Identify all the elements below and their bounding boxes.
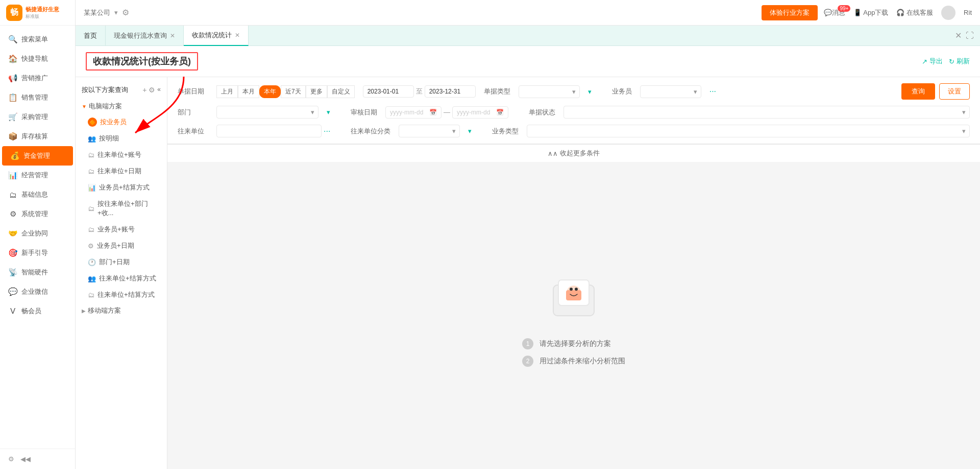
date-tab-this-year[interactable]: 本年 [259,85,281,98]
plan-item-salesman-date[interactable]: ⚙ 业务员+日期 [76,238,167,254]
doc-status-select[interactable] [564,106,970,119]
company-dropdown-arrow[interactable]: ▾ [114,9,118,16]
date-tab-last-month[interactable]: 上月 [216,85,238,98]
sidebar-item-inventory[interactable]: 📦 库存核算 [0,127,75,146]
sidebar-item-wechat[interactable]: 💬 企业微信 [0,282,75,301]
mobile-toggle-icon: ▶ [82,308,86,314]
sidebar-item-guide[interactable]: 🎯 新手引导 [0,243,75,263]
tab-bank-flow-close[interactable]: ✕ [170,32,175,39]
online-service-area[interactable]: 🎧 在线客服 [896,8,933,17]
partner-dept-icon: 🗂 [88,205,94,213]
sidebar-item-marketing[interactable]: 📢 营销推广 [0,68,75,88]
date-tab-custom[interactable]: 自定义 [327,85,355,98]
biz-type-select[interactable] [527,125,970,137]
plan-item-dept-date[interactable]: 🕐 部门+日期 [76,254,167,270]
plan-settings-icon[interactable]: ⚙ [149,86,155,94]
sidebar-item-finance[interactable]: 💰 资金管理 [2,146,73,166]
audit-date-to[interactable]: yyyy-mm-dd 📅 [452,106,508,119]
plan-item-by-salesman[interactable]: 🔶 按业务员 [76,114,167,130]
dept-select[interactable] [216,106,318,119]
calendar-icon[interactable]: 📅 [429,109,437,116]
collapse-sidebar-icon[interactable]: ◀◀ [20,455,31,463]
date-from-input[interactable] [363,85,414,98]
partner-category-chevron[interactable]: ▾ [468,127,472,135]
tabbar: 首页 现金银行流水查询 ✕ 收款情况统计 ✕ ✕ ⛶ [76,26,980,46]
date-to-input[interactable] [425,85,476,98]
plan-item-partner-date[interactable]: 🗂 往来单位+日期 [76,163,167,179]
desktop-section-header[interactable]: ▼ 电脑端方案 [76,99,167,114]
doc-type-label: 单据类型 [484,87,510,96]
topbar-right: 💬 消息 99+ 📱 App下载 🎧 在线客服 Rit [824,6,972,20]
panel-collapse-icon[interactable]: « [157,86,161,94]
salesman-select-wrapper [640,85,701,98]
sidebar-item-basic-info[interactable]: 🗂 基础信息 [0,185,75,204]
tab-bank-flow[interactable]: 现金银行流水查询 ✕ [106,26,184,46]
wechat-icon: 💬 [8,287,17,296]
sidebar-item-label: 经营管理 [21,171,48,180]
sidebar-item-search-menu[interactable]: 🔍 搜索菜单 [0,30,75,49]
page-title: 收款情况统计(按业务员) [93,56,191,66]
plan-item-salesman-account[interactable]: 🗂 业务员+账号 [76,221,167,238]
partner-input[interactable] [216,125,322,137]
page-title-box: 收款情况统计(按业务员) [86,52,198,71]
message-area[interactable]: 💬 消息 99+ [824,8,845,17]
plan-item-partner-account[interactable]: 🗂 往来单位+账号 [76,147,167,163]
date-separator: 至 [416,87,423,96]
sidebar-item-quick-nav[interactable]: 🏠 快捷导航 [0,49,75,68]
salesman-more-btn[interactable]: ··· [709,87,716,96]
query-button[interactable]: 查询 [901,83,935,100]
sidebar-item-purchase[interactable]: 🛒 采购管理 [0,107,75,127]
tab-receipt-stats-close[interactable]: ✕ [235,32,240,39]
sidebar-item-member[interactable]: Ⅴ 畅会员 [0,301,75,321]
doc-type-more-btn[interactable]: ▾ [588,88,592,96]
plan-item-salesman-settle[interactable]: 📊 业务员+结算方式 [76,179,167,196]
sidebar-item-enterprise[interactable]: 🤝 企业协同 [0,224,75,243]
sidebar-item-label: 库存核算 [21,132,48,141]
window-maximize-icon[interactable]: ⛶ [966,31,974,40]
date-quick-tabs: 上月 本月 本年 近7天 更多 自定义 [216,85,355,98]
window-close-icon[interactable]: ✕ [955,31,962,40]
dept-filter-label: 部门 [178,108,208,117]
salesman-account-icon: 🗂 [88,226,94,233]
refresh-label: 刷新 [957,57,970,66]
salesman-label: 业务员 [612,87,632,96]
mobile-section-header[interactable]: ▶ 移动端方案 [76,303,167,318]
trial-btn[interactable]: 体验行业方案 [762,5,818,20]
tab-home[interactable]: 首页 [76,26,106,46]
plan-item-by-detail[interactable]: 👥 按明细 [76,130,167,147]
dept-more-btn[interactable]: ▾ [327,108,330,116]
tab-receipt-stats[interactable]: 收款情况统计 ✕ [184,26,249,46]
plan-item-partner-settle2[interactable]: 🗂 往来单位+结算方式 [76,287,167,303]
audit-date-label: 审核日期 [351,108,377,117]
sidebar-item-operations[interactable]: 📊 经营管理 [0,166,75,185]
sidebar-item-system[interactable]: ⚙ 系统管理 [0,204,75,224]
plan-item-partner-dept-recv[interactable]: 🗂 按往来单位+部门+收... [76,196,167,221]
partner-category-label: 往来单位分类 [351,127,390,136]
partner-settle2-icon: 🗂 [88,291,94,299]
sidebar-item-label: 快捷导航 [21,54,48,63]
step-1-num: 1 [522,338,533,349]
salesman-select[interactable] [640,85,701,98]
avatar[interactable] [941,6,955,20]
sidebar-item-label: 新手引导 [21,248,48,257]
sidebar-item-hardware[interactable]: 📡 智能硬件 [0,263,75,282]
date-range: 至 [363,85,476,98]
partner-category-select[interactable] [399,125,460,137]
topbar-gear-icon[interactable]: ⚙ [122,8,129,17]
settings-icon[interactable]: ⚙ [8,455,14,463]
add-plan-icon[interactable]: + [142,86,146,94]
audit-date-from[interactable]: yyyy-mm-dd 📅 [385,106,442,119]
collapse-bar[interactable]: ∧∧ 收起更多条件 [167,144,980,162]
calendar-icon-2[interactable]: 📅 [496,109,504,116]
refresh-btn[interactable]: ↻ 刷新 [949,57,970,66]
date-tab-more[interactable]: 更多 [306,85,327,98]
date-tab-this-month[interactable]: 本月 [238,85,259,98]
doc-type-select[interactable] [519,85,580,98]
partner-more-btn[interactable]: ··· [324,127,330,136]
export-btn[interactable]: ↗ 导出 [922,57,943,66]
date-tab-last-7[interactable]: 近7天 [281,85,306,98]
plan-item-partner-settle1[interactable]: 👥 往来单位+结算方式 [76,270,167,287]
app-download-area[interactable]: 📱 App下载 [853,8,888,17]
sidebar-item-sales[interactable]: 📋 销售管理 [0,88,75,107]
settings-button[interactable]: 设置 [939,83,970,100]
